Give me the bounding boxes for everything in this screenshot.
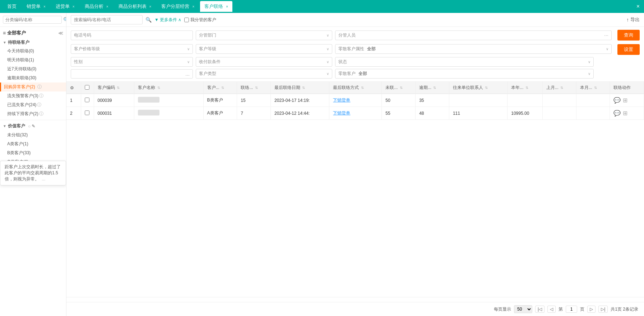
abnormal-info-icon[interactable]: ⓘ (37, 84, 42, 90)
filter-retail-customer[interactable]: 零散客户 全部 ∨ (335, 69, 594, 79)
th-contact-label: 联络... (241, 85, 253, 90)
td-overdue-2: 48 (416, 107, 449, 120)
th-last-date[interactable]: 最后联络日期 ⇅ (271, 82, 329, 94)
tab-home[interactable]: 首页 (3, 1, 21, 12)
filter-department[interactable]: 分管部门 ∨ (196, 30, 332, 40)
sidebar-collapse-icon[interactable]: ≪ (58, 30, 63, 36)
sidebar-item-tomorrow[interactable]: 明天待联络(1) (0, 56, 66, 65)
filter-retail-attr[interactable]: 零散客户属性 全部 ∨ (335, 44, 612, 54)
tab-customer-contact[interactable]: 客户联络 × (200, 1, 232, 12)
status-label: 状态 (338, 59, 347, 65)
row-checkbox-1[interactable] (85, 98, 89, 102)
th-contact-count[interactable]: 联络... ⇅ (237, 82, 271, 94)
filter-manager[interactable]: 分管人员 ··· (335, 30, 612, 40)
sidebar-item-b-class[interactable]: B类客户(33) (0, 148, 66, 157)
th-customer-type[interactable]: 客户... ⇅ (203, 82, 237, 94)
manager-dots-icon[interactable]: ··· (604, 32, 608, 38)
settings-gear-icon[interactable]: ⚙ (70, 85, 74, 90)
sidebar-item-today[interactable]: 今天待联络(0) (0, 47, 66, 56)
customer-level-arrow-icon: ∨ (326, 47, 329, 51)
sidebar-item-a-class[interactable]: A类客户(1) (0, 140, 66, 148)
sidebar-item-7days[interactable]: 近7天待联络(0) (0, 65, 66, 74)
settings-button[interactable]: 设置 (617, 44, 640, 55)
filter-search-icon[interactable]: 🔍 (145, 17, 152, 23)
last-method-link-2[interactable]: 下销货单 (333, 110, 350, 115)
td-last-method-2[interactable]: 下销货单 (329, 107, 382, 120)
filter-phone[interactable]: 电话号码 (71, 30, 193, 40)
th-this-year[interactable]: 本年... ⇅ (508, 82, 542, 94)
sidebar-item-lost[interactable]: 已流失客户(24) ⓘ (0, 100, 66, 109)
tab-analysis[interactable]: 商品分析 × (80, 1, 113, 12)
window-close-button[interactable]: × (636, 3, 640, 10)
customer-name-blurred-1 (138, 97, 159, 103)
sidebar-group-valuable[interactable]: ▼ 价值客户 ○ ✎ (0, 122, 66, 131)
loss-warning-info-icon[interactable]: ⓘ (39, 93, 43, 99)
filter-search-input[interactable] (71, 15, 143, 24)
tab-analysis-list-close[interactable]: × (149, 5, 152, 9)
my-customers-checkbox[interactable] (184, 18, 189, 22)
horizontal-scrollbar[interactable] (66, 297, 644, 302)
sidebar-item-declining[interactable]: 持续下滑客户(2) ⓘ (0, 109, 66, 118)
action-more-icon-1[interactable]: ⊞ (623, 97, 627, 104)
th-contact-sort-icon: ⇅ (255, 86, 258, 90)
extra-dots-icon[interactable]: ... (185, 71, 190, 77)
export-button[interactable]: 导出 (630, 16, 640, 23)
tab-sales-close[interactable]: × (43, 5, 46, 9)
th-unit-contact[interactable]: 往来单位联系人 ⇅ (449, 82, 507, 94)
filter-payment[interactable]: 收付款条件 ∨ (196, 57, 332, 67)
more-conditions-button[interactable]: ▼ 更多条件 ∧ (154, 17, 181, 23)
th-last-method-sort-icon: ⇅ (361, 86, 364, 90)
th-overdue[interactable]: 逾期... ⇅ (416, 82, 449, 94)
filter-customer-level[interactable]: 客户等级 ∨ (196, 44, 332, 54)
sidebar-item-loss-warning[interactable]: 流失预警客户(3) ⓘ (0, 91, 66, 100)
action-chat-icon-1[interactable]: 💬 (613, 97, 621, 104)
th-last-method[interactable]: 最后联络方式 ⇅ (329, 82, 382, 94)
tab-analysis-list[interactable]: 商品分析列表 × (114, 1, 156, 12)
action-chat-icon-2[interactable]: 💬 (613, 110, 621, 117)
page-number-input[interactable] (566, 306, 577, 313)
th-uncontacted[interactable]: 未联... ⇅ (382, 82, 416, 94)
edit-icon[interactable]: ✎ (32, 124, 35, 129)
sidebar-item-abnormal[interactable]: 回购异常客户(2) ⓘ (0, 82, 66, 91)
filter-price-level[interactable]: 客户价格等级 ∨ (71, 44, 193, 54)
department-arrow-icon: ∨ (326, 33, 329, 37)
filter-status[interactable]: 状态 ∨ (335, 57, 594, 67)
add-icon[interactable]: ○ (28, 124, 31, 129)
tab-sales[interactable]: 销货单 × (22, 1, 50, 12)
sidebar-tomorrow-label: 明天待联络(1) (7, 57, 34, 63)
sidebar-item-ungrouped[interactable]: 未分组(32) (0, 131, 66, 140)
declining-info-icon[interactable]: ⓘ (39, 111, 43, 117)
sidebar-abnormal-label: 回购异常客户(2) (4, 84, 35, 90)
action-more-icon-2[interactable]: ⊞ (623, 110, 627, 117)
sidebar-search-input[interactable] (3, 16, 62, 24)
query-button[interactable]: 查询 (617, 30, 640, 41)
sidebar-item-overdue[interactable]: 逾期未联络(30) (0, 74, 66, 82)
th-this-month[interactable]: 本月... ⇅ (576, 82, 610, 94)
th-settings[interactable]: ⚙ (66, 82, 81, 94)
tab-analysis-close[interactable]: × (106, 5, 108, 9)
last-method-link-1[interactable]: 下销货单 (333, 98, 350, 103)
filter-customer-type[interactable]: 客户类型 ∨ (196, 69, 332, 79)
row-checkbox-2[interactable] (85, 110, 89, 115)
th-last-month[interactable]: 上月... ⇅ (542, 82, 576, 94)
filter-extra[interactable]: ... (71, 69, 193, 79)
lost-info-icon[interactable]: ⓘ (37, 102, 41, 108)
sidebar-group-pending[interactable]: ▼ 待联络客户 (0, 38, 66, 47)
th-name[interactable]: 客户名称 ⇅ (134, 82, 203, 94)
tab-purchase[interactable]: 进货单 × (51, 1, 79, 12)
next-page-button[interactable]: ▷ (587, 306, 596, 313)
per-page-select[interactable]: 50 100 200 (514, 305, 532, 313)
sidebar-search-icon[interactable]: 🔍 (63, 17, 66, 23)
tab-purchase-close[interactable]: × (73, 5, 75, 9)
customer-name-blurred-2 (138, 110, 159, 115)
select-all-checkbox[interactable] (85, 85, 89, 90)
td-last-method-1[interactable]: 下销货单 (329, 94, 382, 107)
last-page-button[interactable]: ▷| (598, 306, 608, 313)
prev-page-button[interactable]: ◁ (547, 306, 556, 313)
tab-customer-tier[interactable]: 客户分层经营 × (157, 1, 199, 12)
th-code[interactable]: 客户编码 ⇅ (94, 82, 134, 94)
tab-customer-tier-close[interactable]: × (192, 5, 194, 9)
tab-customer-contact-close[interactable]: × (226, 5, 228, 9)
filter-gender[interactable]: 性别 ∨ (71, 57, 193, 67)
first-page-button[interactable]: |◁ (535, 306, 545, 313)
